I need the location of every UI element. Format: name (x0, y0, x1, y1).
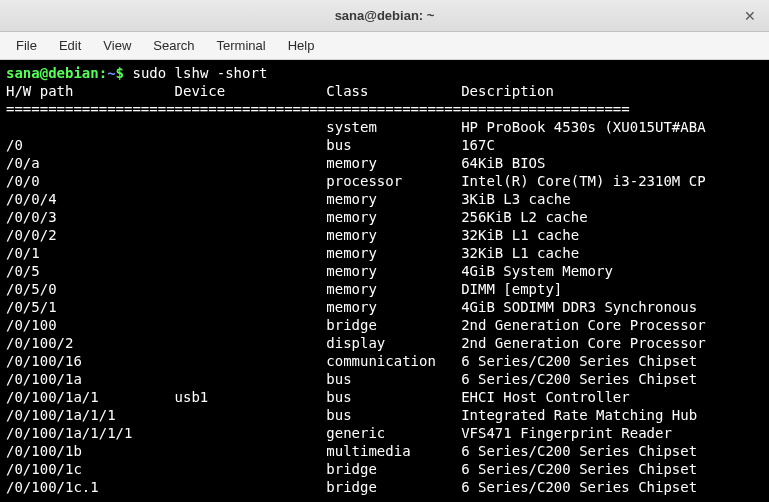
window-title: sana@debian: ~ (335, 8, 435, 23)
menu-file[interactable]: File (6, 34, 47, 57)
menu-edit[interactable]: Edit (49, 34, 91, 57)
menu-help[interactable]: Help (278, 34, 325, 57)
menu-search[interactable]: Search (143, 34, 204, 57)
close-icon[interactable]: ✕ (741, 7, 759, 25)
terminal-output[interactable]: sana@debian:~$ sudo lshw -short H/W path… (0, 60, 769, 502)
menu-terminal[interactable]: Terminal (207, 34, 276, 57)
menu-view[interactable]: View (93, 34, 141, 57)
titlebar: sana@debian: ~ ✕ (0, 0, 769, 32)
menubar: File Edit View Search Terminal Help (0, 32, 769, 60)
